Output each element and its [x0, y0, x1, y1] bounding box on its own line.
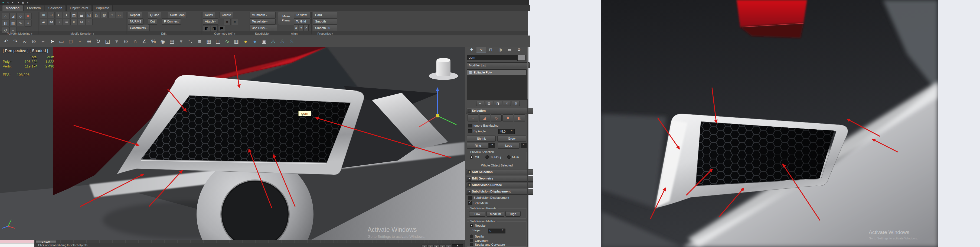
group-label-edit[interactable]: Edit — [127, 32, 201, 35]
group-label-polygon-modeling[interactable]: Polygon Modeling — [1, 32, 38, 35]
modifier-stack-item[interactable]: ▦ Editable Poly — [467, 70, 526, 75]
method-spatial-curvature-radio[interactable]: Spatial and Curvature — [470, 243, 505, 246]
create-tab-icon[interactable]: ✚ — [467, 47, 476, 53]
tessellate-button[interactable]: Tessellate — [250, 18, 275, 25]
smooth-edge-button[interactable]: Smooth — [313, 18, 337, 25]
cap-poly-icon[interactable]: ◧ — [203, 25, 210, 32]
cut-button[interactable]: Cut — [148, 18, 157, 25]
preview-off-radio[interactable]: Off — [470, 156, 479, 159]
loop-spinner[interactable] — [520, 143, 527, 148]
app-logo-icon[interactable]: ✦ — [1, 0, 5, 4]
create-button[interactable]: Create — [220, 12, 233, 18]
rollout-selection[interactable]: Selection — [466, 108, 533, 114]
collapse-icon[interactable]: ⌗ — [231, 19, 238, 25]
modify-tab-icon[interactable]: ∿ — [476, 47, 486, 53]
utilities-tab-icon[interactable]: ⚙ — [514, 47, 524, 53]
element-subobject-icon[interactable]: ◧ — [514, 114, 525, 122]
method-curvature-radio[interactable]: Curvature — [470, 239, 488, 242]
ribbon-tab-object-paint[interactable]: Object Paint — [66, 5, 92, 11]
align-y-button[interactable]: Y — [299, 25, 304, 31]
scrollbar-thumb[interactable] — [527, 47, 528, 99]
ribbon-tab-modeling[interactable]: Modeling — [2, 5, 23, 11]
constraints-dropdown[interactable]: Constraints — [128, 25, 150, 31]
detach-icon[interactable]: ⌗ — [224, 19, 231, 25]
schematic-view-icon[interactable]: ▥ — [232, 37, 241, 46]
save-file-icon[interactable]: ▽ — [6, 0, 10, 4]
method-regular-radio[interactable]: Regular — [470, 224, 486, 227]
current-frame-field[interactable]: 0 — [452, 244, 463, 247]
steps-spinner[interactable]: 5 — [488, 229, 506, 233]
vertex-mode-icon[interactable]: ∴ — [2, 13, 9, 19]
go-to-end-icon[interactable]: » — [445, 245, 451, 247]
border-mode-icon[interactable]: ◇ — [17, 13, 24, 19]
curve-editor-icon[interactable]: ∿ — [223, 37, 232, 46]
named-selection-sets-dropdown-icon[interactable]: ▾ — [177, 37, 186, 46]
split-mesh-checkbox[interactable]: Split Mesh — [468, 201, 488, 205]
select-and-scale-icon[interactable]: ◱ — [103, 37, 112, 46]
loop-button[interactable]: Loop — [498, 143, 520, 149]
mirror-icon[interactable]: ⇋ — [186, 37, 195, 46]
angle-snap-toggle-icon[interactable]: ∠ — [140, 37, 149, 46]
group-label-subdivision[interactable]: Subdivision — [248, 32, 277, 35]
command-panel-scrollbar[interactable] — [527, 47, 528, 247]
preset-high-button[interactable]: High — [506, 211, 520, 217]
p-connect-button[interactable]: P Connect — [162, 18, 181, 25]
qslice-button[interactable]: QSlice — [148, 12, 161, 18]
preview-multi-radio[interactable]: Multi — [507, 156, 519, 159]
shrink-button[interactable]: Shrink — [467, 136, 496, 141]
msmooth-button[interactable]: MSmooth — [250, 12, 275, 18]
make-planar-button[interactable]: Make Planar — [278, 12, 294, 25]
grow-button[interactable]: Grow — [497, 136, 526, 141]
ring-selection-icon[interactable]: ◐ — [55, 12, 62, 18]
render-iterative-icon[interactable]: ♨ — [278, 37, 287, 46]
relax-button[interactable]: Relax — [203, 12, 215, 18]
go-to-start-icon[interactable]: « — [422, 245, 428, 247]
redo-icon[interactable]: ↷ — [11, 37, 20, 46]
pin-stack-icon[interactable]: ⌖ — [476, 101, 484, 106]
ignore-backfacing-checkbox[interactable]: Ignore Backfacing — [468, 124, 498, 127]
dot-loop-icon[interactable]: ◊ — [70, 19, 78, 25]
group-label-modify-selection[interactable]: Modify Selection — [39, 32, 126, 35]
spinner-snap-toggle-icon[interactable]: ◉ — [158, 37, 167, 46]
select-object-icon[interactable]: ➤ — [48, 37, 57, 46]
next-frame-icon[interactable]: › — [439, 245, 445, 247]
step-mode-icon[interactable]: ⋈ — [48, 19, 55, 25]
rollout-subdivision-surface[interactable]: Subdivision Surface — [466, 182, 533, 188]
similar-selection-icon[interactable]: ◌ — [108, 12, 115, 18]
vertex-subobject-icon[interactable]: ∴ — [468, 114, 478, 122]
edge-subobject-icon[interactable]: ◢ — [479, 114, 490, 122]
group-label-geometry-all[interactable]: Geometry (All) — [202, 32, 248, 35]
loop-selection-icon[interactable]: ◑ — [63, 12, 70, 18]
qat-dropdown-icon[interactable]: ▾ — [25, 0, 30, 4]
preview-subobj-radio[interactable]: SubObj — [485, 156, 501, 159]
use-pivot-point-center-icon[interactable]: ⊙ — [121, 37, 130, 46]
align-x-button[interactable]: X — [294, 25, 298, 31]
dot-gap-icon[interactable]: ∷ — [55, 19, 62, 25]
previous-frame-icon[interactable]: ‹ — [428, 245, 433, 247]
undo-icon[interactable]: ↶ — [11, 0, 15, 4]
align-z-button[interactable]: Z — [304, 25, 309, 31]
repeat-button[interactable]: Repeat — [128, 12, 142, 18]
unlink-selection-icon[interactable]: ⊘ — [29, 37, 38, 46]
fill-selection-icon[interactable]: ▱ — [116, 12, 123, 18]
select-by-name-icon[interactable]: ▭ — [57, 37, 66, 46]
quadrify-icon[interactable]: ◨ — [211, 25, 218, 32]
undo-icon[interactable]: ↶ — [2, 37, 11, 46]
macro-recorder-box[interactable] — [0, 240, 34, 243]
motion-tab-icon[interactable]: ◎ — [495, 47, 505, 53]
material-editor-icon[interactable]: ● — [241, 37, 250, 46]
ring-shrink-icon[interactable]: ⬒ — [70, 12, 78, 18]
object-name-input[interactable] — [467, 55, 517, 60]
edge-mode-icon[interactable]: ◢ — [10, 13, 16, 19]
configure-modifier-sets-icon[interactable]: ⚙ — [512, 101, 520, 106]
preset-medium-button[interactable]: Medium — [487, 211, 504, 217]
nurms-button[interactable]: NURMS — [128, 18, 143, 25]
select-by-half-icon[interactable]: ⊠ — [78, 19, 85, 25]
rollout-edit-geometry[interactable]: Edit Geometry — [466, 176, 533, 182]
by-angle-checkbox[interactable]: By Angle: — [468, 129, 487, 133]
polygon-mode-icon[interactable]: ■ — [25, 13, 32, 19]
layer-manager-icon[interactable]: ▦ — [204, 37, 213, 46]
maxscript-mini-listener[interactable] — [0, 243, 34, 247]
show-end-result-icon[interactable]: ▤ — [485, 101, 493, 106]
time-slider-trackbar[interactable]: 0 / 100 — [34, 240, 465, 244]
